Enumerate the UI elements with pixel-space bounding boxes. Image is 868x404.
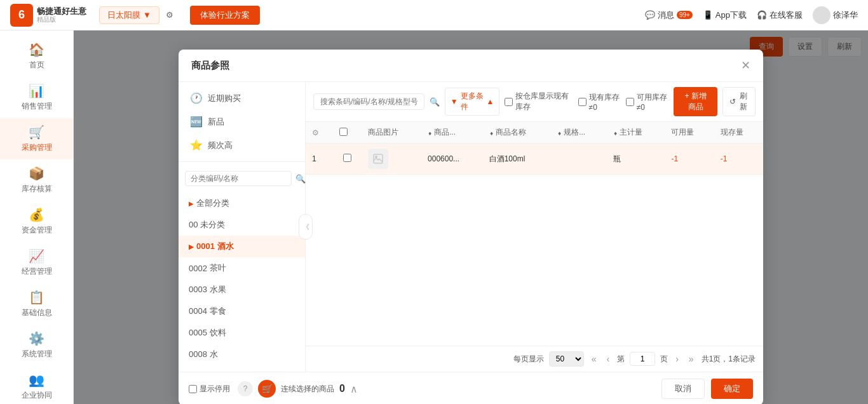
cart-count: 0 (339, 383, 345, 394)
tab-label: 新品 (208, 116, 224, 128)
product-image (368, 149, 388, 169)
close-icon[interactable]: ✕ (741, 58, 750, 72)
sort-icon: ⬧ (489, 128, 494, 137)
checkbox-warehouse[interactable]: 按仓库显示现有库存 (505, 91, 573, 112)
checkbox-warehouse-input[interactable] (505, 98, 513, 106)
clock-icon: 🕐 (190, 92, 203, 104)
show-disabled-input[interactable] (189, 385, 197, 393)
add-product-button[interactable]: + 新增商品 (674, 87, 717, 116)
prev-page-button[interactable]: ‹ (604, 353, 613, 365)
user-menu[interactable]: 徐泽华 (813, 6, 858, 24)
tab-frequent[interactable]: ⭐ 频次高 (184, 134, 300, 156)
sidebar-item-finance[interactable]: 💰 资金管理 (0, 201, 73, 242)
message-button[interactable]: 💬 消息 99+ (645, 10, 693, 21)
col-spec: ⬧规格... (551, 122, 607, 144)
collapse-panel-button[interactable]: 《 (299, 214, 313, 239)
category-name-text: 茶叶 (210, 262, 226, 274)
category-tea[interactable]: 0002 茶叶 (179, 257, 305, 279)
main-layout: 🏠 首页 📊 销售管理 🛒 采购管理 📦 库存核算 💰 资金管理 📈 经营管理 … (0, 30, 868, 404)
category-search-input[interactable] (185, 171, 292, 186)
sidebar-item-inventory[interactable]: 📦 库存核算 (0, 159, 73, 201)
modal-left-tabs: 🕐 近期购买 🆕 新品 ⭐ 频次高 (179, 87, 305, 156)
checkbox-stock-input[interactable] (578, 98, 587, 106)
table-row[interactable]: 1 000600... 白酒100ml (306, 144, 763, 175)
checkbox-available-nonzero[interactable]: 可用库存≠0 (626, 92, 668, 112)
modal-title: 商品参照 (191, 60, 229, 72)
row-checkbox[interactable] (343, 154, 351, 162)
new-icon: 🆕 (190, 116, 203, 128)
home-icon: 🏠 (29, 42, 44, 57)
sidebar-item-sales[interactable]: 📊 销售管理 (0, 77, 73, 118)
app-download-button[interactable]: 📱 App下载 (703, 10, 747, 21)
refresh-button[interactable]: ↺ 刷新 (722, 87, 756, 116)
show-disabled-checkbox[interactable]: 显示停用 (189, 384, 230, 394)
sidebar-item-label: 企业协同 (22, 390, 52, 401)
tab-label: 频次高 (208, 140, 233, 151)
sidebar-item-basic-info[interactable]: 📋 基础信息 (0, 283, 73, 325)
sidebar-item-label: 库存核算 (22, 184, 52, 194)
search-icon[interactable]: 🔍 (295, 174, 306, 184)
page-number-input[interactable] (630, 352, 655, 366)
cancel-button[interactable]: 取消 (661, 379, 705, 399)
col-unit: ⬧主计量 (607, 122, 665, 144)
checkbox-stock-nonzero[interactable]: 现有库存≠0 (578, 92, 621, 112)
confirm-button[interactable]: 确定 (711, 379, 753, 399)
content-area: 查询 设置 刷新 商品参照 ✕ 🕐 (74, 30, 868, 404)
category-name: 0001 酒水 (196, 241, 234, 252)
search-button[interactable]: 🔍 (430, 97, 440, 107)
col-code: ⬧商品... (421, 122, 483, 144)
sidebar-item-label: 首页 (29, 60, 44, 71)
logo-text: 畅捷通好生意 精品版 (37, 6, 86, 24)
sidebar-item-system[interactable]: ⚙️ 系统管理 (0, 325, 73, 366)
row-available: -1 (665, 144, 714, 175)
toolbar: 🔍 ▼ 更多条件 ▲ 按仓库显示现有库存 (306, 82, 763, 122)
category-alcohol[interactable]: ▶ 0001 酒水 (179, 236, 305, 257)
sidebar-item-purchase[interactable]: 🛒 采购管理 (0, 118, 73, 159)
category-appliance[interactable]: 0010 家电 (179, 365, 305, 367)
nav-dropdown[interactable]: 日太阳膜 ▼ (99, 6, 159, 24)
sidebar-item-operations[interactable]: 📈 经营管理 (0, 242, 73, 283)
table-settings-icon[interactable]: ⚙ (312, 128, 319, 137)
category-beverage[interactable]: 0005 饮料 (179, 322, 305, 344)
inventory-icon: 📦 (29, 166, 44, 181)
modal-right-panel: 🔍 ▼ 更多条件 ▲ 按仓库显示现有库存 (306, 82, 763, 372)
gear-button[interactable]: ⚙ (159, 5, 180, 25)
checkbox-available-input[interactable] (626, 98, 634, 106)
category-snack[interactable]: 0004 零食 (179, 300, 305, 322)
first-page-button[interactable]: « (589, 353, 599, 365)
tab-recent[interactable]: 🕐 近期购买 (184, 87, 300, 109)
product-search-input[interactable] (313, 93, 424, 110)
tab-new[interactable]: 🆕 新品 (184, 111, 300, 133)
category-uncategorized[interactable]: 00 未分类 (179, 214, 305, 236)
message-badge: 99+ (677, 11, 693, 19)
select-all-checkbox[interactable] (339, 128, 348, 136)
next-page-button[interactable]: › (673, 353, 681, 365)
phone-icon: 📱 (703, 10, 713, 20)
message-icon: 💬 (645, 10, 655, 20)
col-image: 商品图片 (362, 122, 421, 144)
sidebar-item-enterprise[interactable]: 👥 企业协同 (0, 366, 73, 404)
row-image-cell (362, 144, 421, 175)
category-all[interactable]: ▶ 全部分类 (179, 192, 305, 214)
avatar (813, 6, 831, 24)
category-fruit[interactable]: 0003 水果 (179, 279, 305, 300)
col-checkbox (333, 122, 362, 144)
product-reference-modal: 商品参照 ✕ 🕐 近期购买 🆕 (179, 50, 763, 404)
modal-overlay: 商品参照 ✕ 🕐 近期购买 🆕 (74, 30, 868, 404)
sidebar-item-label: 资金管理 (22, 225, 52, 236)
per-page-select[interactable]: 50 100 200 (549, 351, 584, 367)
sidebar-item-home[interactable]: 🏠 首页 (0, 36, 73, 77)
help-icon[interactable]: ? (238, 381, 253, 396)
modal-body: 🕐 近期购买 🆕 新品 ⭐ 频次高 (179, 82, 763, 372)
category-name: 0008 水 (189, 349, 218, 360)
experience-button[interactable]: 体验行业方案 (190, 6, 260, 25)
online-service-button[interactable]: 🎧 在线客服 (757, 10, 803, 21)
last-page-button[interactable]: » (686, 353, 696, 365)
row-name: 白酒100ml (483, 144, 552, 175)
category-water[interactable]: 0008 水 (179, 344, 305, 365)
row-code: 000600... (421, 144, 483, 175)
headphone-icon: 🎧 (757, 10, 767, 20)
collapse-arrow-icon[interactable]: ∧ (350, 383, 358, 395)
cart-icon: 🛒 (258, 380, 276, 398)
filter-button[interactable]: ▼ 更多条件 ▲ (445, 88, 499, 116)
